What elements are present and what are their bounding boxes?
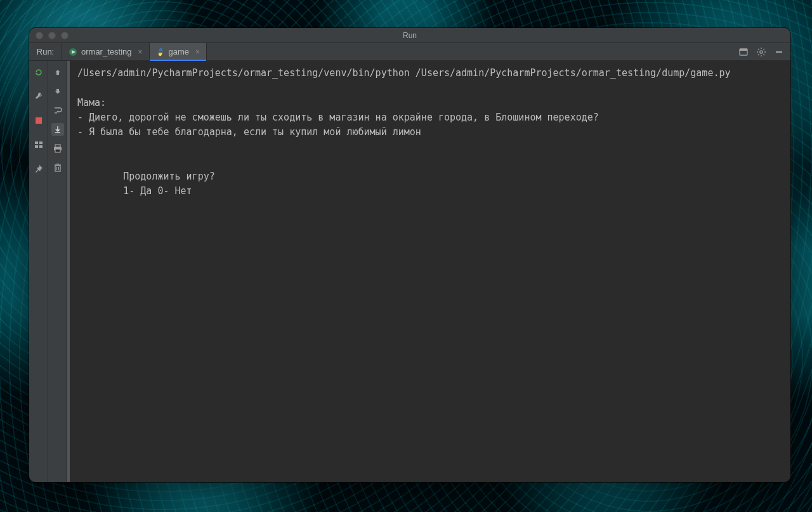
titlebar[interactable]: Run [29,28,790,43]
left-gutter-primary [29,61,48,482]
soft-wrap-icon[interactable] [51,104,64,117]
svg-rect-15 [36,117,42,124]
svg-rect-3 [740,49,747,51]
tab-label: game [169,47,190,56]
tab-game[interactable]: game × [150,43,207,60]
stop-icon[interactable] [32,114,45,127]
close-icon[interactable]: × [195,48,200,56]
window-mode-icon[interactable] [738,47,749,57]
zoom-window-icon[interactable] [61,32,69,39]
svg-line-11 [758,54,759,55]
run-toolbar: Run: ormar_testing × game × [29,43,790,61]
close-window-icon[interactable] [36,32,43,39]
run-tool-window: Run Run: ormar_testing × game × [29,28,790,482]
svg-line-12 [764,49,765,50]
window-controls [29,32,69,39]
trash-icon[interactable] [51,161,64,174]
minimize-icon[interactable] [774,47,784,57]
svg-marker-22 [55,129,60,132]
svg-rect-17 [39,141,43,144]
run-body: /Users/admin/PycharmProjects/ormar_testi… [29,61,790,482]
run-config-icon [69,48,77,56]
svg-rect-13 [776,51,782,53]
tab-label: ormar_testing [81,47,131,56]
gear-icon[interactable] [756,47,766,57]
run-tabs: ormar_testing × game × [62,43,207,60]
svg-point-4 [760,50,763,53]
close-icon[interactable]: × [138,48,142,56]
layout-icon[interactable] [32,138,45,151]
wrench-icon[interactable] [32,90,45,103]
python-icon [156,48,165,56]
svg-rect-24 [55,145,60,147]
svg-rect-27 [55,166,60,171]
pin-icon[interactable] [32,162,45,175]
svg-rect-16 [35,141,38,144]
svg-line-9 [758,49,759,50]
left-gutter-secondary [48,61,67,482]
scroll-to-end-icon[interactable] [51,123,64,136]
print-icon[interactable] [51,142,64,155]
console-output[interactable]: /Users/admin/PycharmProjects/ormar_testi… [67,61,790,482]
run-label: Run: [29,43,62,60]
minimize-window-icon[interactable] [48,32,56,39]
svg-rect-19 [39,145,43,148]
window-title: Run [29,31,790,40]
svg-line-10 [764,54,765,55]
svg-rect-26 [55,149,60,152]
arrow-up-icon[interactable] [51,66,64,79]
rerun-icon[interactable] [32,66,45,79]
tab-ormar-testing[interactable]: ormar_testing × [62,43,150,60]
arrow-down-icon[interactable] [51,85,64,98]
tab-right-tools [738,43,790,60]
svg-rect-18 [35,145,38,148]
